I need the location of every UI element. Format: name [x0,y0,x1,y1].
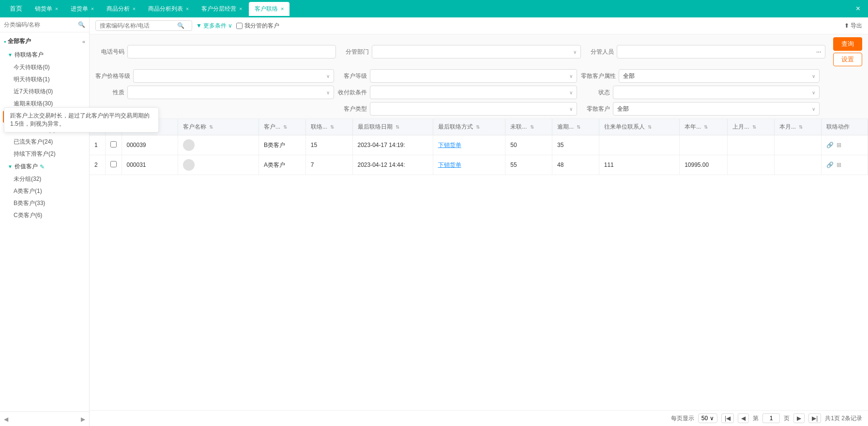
td-checkbox-2[interactable] [105,155,122,175]
row2-checkbox[interactable] [110,161,117,167]
sidebar-item-today[interactable]: 今天待联络(0) [0,61,89,73]
sort-method-icon[interactable]: ⇅ [476,124,480,130]
th-this-month[interactable]: 本月... ⇅ [774,119,821,135]
sidebar-item-declining[interactable]: 持续下滑客户(2) [0,148,89,160]
th-last-contact-method[interactable]: 最后联络方式 ⇅ [433,119,505,135]
prev-page-btn[interactable]: ◀ [738,413,749,423]
edit-icon[interactable]: ✎ [40,163,45,170]
th-uncontacted[interactable]: 未联... ⇅ [505,119,552,135]
sidebar-search-icon[interactable]: 🔍 [78,21,85,28]
sort-overdue-icon[interactable]: ⇅ [577,124,580,130]
filter-cell-dept: 分管部门 ∨ [340,45,580,59]
retail-customer-select[interactable]: 全部 ∨ [613,102,820,116]
setting-button[interactable]: 设置 [833,53,862,66]
collapse-icon[interactable]: « [82,39,85,44]
method-link-2[interactable]: 下销货单 [438,162,461,168]
td-uncontacted-2: 55 [505,155,552,175]
td-date-1: 2023-04-17 14:19: [352,135,433,155]
th-customer-class[interactable]: 客户... ⇅ [259,119,306,135]
sidebar-item-ungroup[interactable]: 未分组(32) [0,173,89,185]
page-number-input[interactable] [762,413,780,423]
per-page-select[interactable]: 50 ∨ [698,413,717,423]
sidebar-item-7days[interactable]: 近7天待联络(0) [0,86,89,98]
sort-last-month-icon[interactable]: ⇅ [752,124,756,130]
sidebar-collapse-btn[interactable]: ◀ [4,416,8,423]
more-conditions-btn[interactable]: ▼ 更多条件 ∨ [196,22,232,30]
td-method-1[interactable]: 下销货单 [433,135,505,155]
sidebar-item-lost[interactable]: 已流失客户(24) [0,136,89,148]
th-this-year[interactable]: 本年... ⇅ [680,119,728,135]
sidebar-search-input[interactable] [4,21,78,28]
dept-select[interactable]: ∨ [372,45,580,59]
method-link-1[interactable]: 下销货单 [438,142,461,148]
sort-related-icon[interactable]: ⇅ [648,124,652,130]
my-customers-checkbox[interactable] [236,23,243,29]
search-input-wrapper[interactable]: 🔍 [95,20,192,31]
sort-class-icon[interactable]: ⇅ [283,124,287,130]
phone-input[interactable] [127,45,336,59]
td-name-1[interactable] [178,135,259,155]
sidebar-item-b-class[interactable]: B类客户(33) [0,197,89,209]
th-overdue[interactable]: 逾期... ⇅ [552,119,599,135]
filter-cell-customer-type: 客户类型 ∨ [338,102,577,116]
sort-contact-icon[interactable]: ⇅ [330,124,334,130]
export-button[interactable]: ⬆ 导出 [844,22,862,30]
manager-dots-icon[interactable]: ··· [816,48,821,55]
manager-select[interactable]: ··· [617,45,825,59]
first-page-btn[interactable]: |◀ [721,413,734,423]
payment-select[interactable]: ∨ [370,86,577,99]
action-grid-icon-2[interactable]: ⊞ [837,162,841,168]
retail-attr-select[interactable]: 全部 ∨ [619,69,820,83]
td-method-2[interactable]: 下销货单 [433,155,505,175]
tab-product-analysis[interactable]: 商品分析 × [101,2,141,16]
td-name-2[interactable] [178,155,259,175]
next-page-btn[interactable]: ▶ [793,413,805,423]
status-select[interactable]: ∨ [613,86,820,99]
last-page-btn[interactable]: ▶| [808,413,821,423]
sidebar-item-tomorrow[interactable]: 明天待联络(1) [0,73,89,86]
nature-select[interactable]: ∨ [127,86,334,99]
close-customer-management[interactable]: × [239,6,242,12]
sidebar-item-c-class[interactable]: C类客户(6) [0,209,89,221]
customer-level-select[interactable]: ∨ [370,69,577,83]
window-close-button[interactable]: × [852,2,864,15]
action-link-icon-1[interactable]: 🔗 [826,142,834,148]
sort-year-icon[interactable]: ⇅ [704,124,708,130]
td-checkbox-1[interactable] [105,135,122,155]
close-purchase-order[interactable]: × [91,6,94,12]
close-product-analysis[interactable]: × [133,6,136,12]
tab-sales-order[interactable]: 销货单 × [29,2,64,16]
sidebar-expand-btn[interactable]: ▶ [81,416,85,423]
th-related-contact[interactable]: 往来单位联系人 ⇅ [599,119,679,135]
query-button[interactable]: 查询 [833,37,862,51]
th-last-month[interactable]: 上月... ⇅ [728,119,775,135]
price-level-select[interactable]: ∨ [133,69,334,83]
search-input[interactable] [100,22,177,29]
sidebar-all-customers[interactable]: ▪ 全部客户 « [0,34,89,48]
sort-name-icon[interactable]: ⇅ [209,124,213,130]
arrow-down-icon: ▼ [8,52,13,58]
sort-this-month-icon[interactable]: ⇅ [799,124,803,130]
tab-product-analysis-list[interactable]: 商品分析列表 × [142,2,195,16]
search-icon[interactable]: 🔍 [177,22,184,29]
close-product-analysis-list[interactable]: × [186,6,189,12]
tab-customer-management[interactable]: 客户分层经营 × [196,2,248,16]
sort-date-icon[interactable]: ⇅ [396,124,399,130]
close-customer-contact[interactable]: × [281,6,284,12]
sort-uncontact-icon[interactable]: ⇅ [530,124,534,130]
th-name[interactable]: 客户名称 ⇅ [178,119,259,135]
sidebar-pending-contact-header[interactable]: ▼ 待联络客户 [0,48,89,61]
tab-customer-contact[interactable]: 客户联络 × [249,2,289,16]
close-sales-order[interactable]: × [55,6,58,12]
tab-home[interactable]: 首页 [4,1,28,16]
th-last-contact-date[interactable]: 最后联络日期 ⇅ [352,119,433,135]
customer-type-select[interactable]: ∨ [370,102,577,116]
th-contact-count[interactable]: 联络... ⇅ [305,119,352,135]
tab-purchase-order[interactable]: 进货单 × [65,2,100,16]
sidebar-item-a-class[interactable]: A类客户(1) [0,185,89,197]
action-link-icon-2[interactable]: 🔗 [826,162,834,168]
action-grid-icon-1[interactable]: ⊞ [837,142,841,148]
row1-checkbox[interactable] [110,141,117,147]
my-customers-filter[interactable]: 我分管的客户 [236,22,279,30]
sidebar-value-customers-header[interactable]: ▼ 价值客户 ✎ [0,160,89,173]
